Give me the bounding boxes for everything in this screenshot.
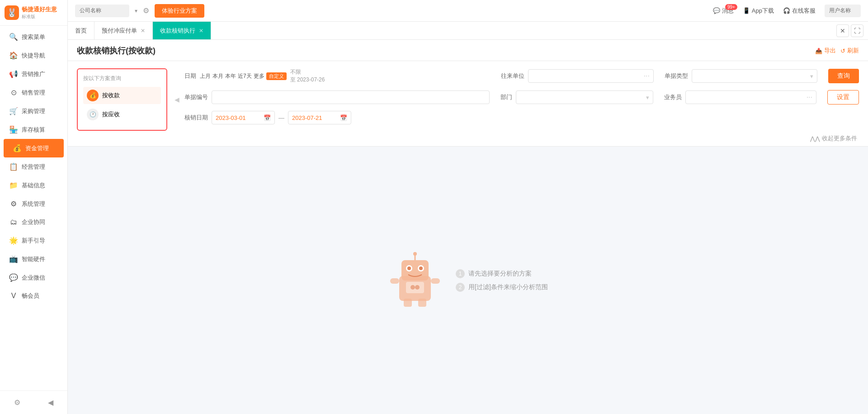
search-menu-icon: 🔍 [9, 33, 18, 41]
sidebar-item-system-label: 系统管理 [22, 200, 45, 208]
empty-robot-illustration [388, 251, 442, 310]
sidebar-item-quick-nav[interactable]: 🏠 快捷导航 [0, 46, 67, 65]
doc-no-input[interactable] [212, 90, 490, 104]
sidebar-item-hardware-label: 智能硬件 [22, 255, 45, 263]
staff-input[interactable]: ··· [685, 90, 817, 104]
sidebar-item-system[interactable]: ⚙ 系统管理 [0, 195, 67, 213]
filter-by-receipt[interactable]: 💰 按收款 [83, 87, 161, 104]
sidebar-item-basic-info-label: 基础信息 [22, 181, 45, 190]
by-receipt-label: 按收款 [102, 91, 120, 100]
date-custom-badge[interactable]: 自定义 [266, 72, 287, 80]
sidebar-item-purchase[interactable]: 🛒 采购管理 [0, 102, 67, 120]
export-icon: 📤 [815, 48, 822, 54]
filter-right-panel: 日期 上月 本月 本年 近7天 更多 自定义 不限 至 2023-07-26 [184, 68, 859, 131]
svg-point-14 [415, 285, 420, 290]
date-shortcut-more[interactable]: 更多 [254, 72, 264, 80]
sidebar-item-guide[interactable]: 🌟 新手引导 [0, 231, 67, 250]
topbar-app-download[interactable]: 📱 App下载 [743, 7, 774, 15]
tab-fullscreen-btn[interactable]: ⛶ [851, 24, 863, 37]
by-receipt-icon: 💰 [87, 90, 99, 101]
sidebar-logo: 🐰 畅捷通好生意 标准版 [0, 0, 67, 26]
tab-advance-payment-close-icon[interactable]: ✕ [141, 28, 145, 34]
main-area: 公司名称 ▾ ⚙ 体验行业方案 💬 消息 99+ 📱 App下载 🎧 在线客服 … [68, 0, 868, 414]
topbar-user[interactable]: 用户名称 [825, 5, 861, 17]
topbar-right: 💬 消息 99+ 📱 App下载 🎧 在线客服 用户名称 [713, 5, 861, 17]
collapse-more-btn[interactable]: ⋀⋀ 收起更多条件 [810, 134, 857, 143]
tab-bar-actions: ✕ ⛶ [836, 22, 868, 39]
date-label: 日期 [184, 72, 196, 80]
logo-main-text: 畅捷通好生意 [22, 6, 57, 14]
hardware-icon: 📺 [9, 255, 18, 263]
sidebar-item-wechat[interactable]: 💬 企业微信 [0, 268, 67, 287]
sidebar-item-guide-label: 新手引导 [22, 237, 45, 245]
sidebar-item-marketing[interactable]: 📢 营销推广 [0, 65, 67, 83]
tab-receipt-verify[interactable]: 收款核销执行 ✕ [153, 22, 211, 39]
sidebar-item-enterprise[interactable]: 🗂 企业协同 [0, 213, 67, 231]
tab-advance-payment[interactable]: 预付冲应付单 ✕ [94, 22, 153, 39]
sidebar-item-member[interactable]: V 畅会员 [0, 287, 67, 305]
date-shortcut-this-month[interactable]: 本月 [212, 72, 223, 80]
topbar-msg[interactable]: 💬 消息 99+ [713, 7, 734, 15]
sidebar-item-purchase-label: 采购管理 [22, 107, 45, 115]
sidebar-collapse-btn[interactable]: ◀ [45, 395, 56, 409]
settings-btn[interactable]: 设置 [827, 90, 859, 105]
sidebar-item-sales[interactable]: ⊙ 销售管理 [0, 83, 67, 102]
sidebar-menu: 🔍 搜索菜单 🏠 快捷导航 📢 营销推广 ⊙ 销售管理 🛒 采购管理 🏪 库存核… [0, 26, 67, 390]
date-shortcut-last-month[interactable]: 上月 [200, 72, 211, 80]
sidebar-settings-btn[interactable]: ⚙ [11, 395, 23, 409]
topbar-gear-icon[interactable]: ⚙ [143, 6, 149, 15]
counterpart-input[interactable]: ··· [528, 69, 654, 83]
topbar: 公司名称 ▾ ⚙ 体验行业方案 💬 消息 99+ 📱 App下载 🎧 在线客服 … [68, 0, 868, 22]
verify-date-end-input[interactable]: 2023-07-21 📅 [288, 111, 351, 124]
tab-close-all-btn[interactable]: ✕ [836, 24, 849, 37]
date-shortcut-7days[interactable]: 近7天 [238, 72, 252, 80]
sidebar-item-wechat-label: 企业微信 [22, 274, 45, 282]
refresh-btn[interactable]: ↺ 刷新 [840, 47, 859, 55]
date-not-limit-area: 不限 至 2023-07-26 [290, 68, 325, 84]
wechat-icon: 💬 [9, 273, 18, 282]
sidebar-item-basic-info[interactable]: 📁 基础信息 [0, 176, 67, 195]
filter-counterpart-cell: 往来单位 ··· [501, 69, 654, 83]
date-shortcut-this-year[interactable]: 本年 [225, 72, 236, 80]
staff-dots-icon: ··· [807, 93, 812, 101]
filter-left-panel: 按以下方案查询 💰 按收款 🕐 按应收 [77, 68, 167, 131]
topbar-online-service[interactable]: 🎧 在线客服 [783, 7, 816, 15]
export-btn[interactable]: 📤 导出 [815, 47, 836, 55]
sidebar-item-business[interactable]: 📋 经营管理 [0, 157, 67, 176]
topbar-dropdown-arrow[interactable]: ▾ [135, 8, 137, 14]
sidebar-item-finance[interactable]: 💰 资金管理 [4, 139, 64, 157]
topbar-industry-btn[interactable]: 体验行业方案 [155, 4, 204, 18]
counterpart-label: 往来单位 [501, 72, 524, 80]
query-btn[interactable]: 查询 [828, 69, 859, 83]
tab-advance-payment-label: 预付冲应付单 [102, 27, 137, 35]
doc-type-select[interactable]: ▾ [692, 69, 817, 83]
dept-chevron-icon: ▾ [646, 94, 649, 101]
logo-icon: 🐰 [5, 5, 19, 20]
sidebar-item-hardware[interactable]: 📺 智能硬件 [0, 250, 67, 268]
svg-point-7 [413, 252, 417, 256]
sales-icon: ⊙ [9, 88, 18, 97]
svg-rect-9 [431, 278, 440, 284]
system-icon: ⚙ [9, 200, 18, 208]
by-receivable-label: 按应收 [102, 110, 120, 119]
msg-icon: 💬 [713, 7, 720, 14]
basic-info-icon: 📁 [9, 181, 18, 190]
logo-badge: 标准版 [22, 14, 57, 19]
sidebar-item-search[interactable]: 🔍 搜索菜单 [0, 28, 67, 46]
topbar-company[interactable]: 公司名称 [75, 5, 129, 17]
svg-rect-10 [404, 299, 412, 307]
filter-by-receivable[interactable]: 🕐 按应收 [83, 106, 161, 123]
sidebar-item-inventory[interactable]: 🏪 库存核算 [0, 120, 67, 139]
filter-panel-collapse-btn[interactable]: ◀ [173, 68, 181, 131]
page-content: 收款核销执行(按收款) 📤 导出 ↺ 刷新 按以下方案查询 💰 按收款 [68, 40, 868, 414]
dept-select[interactable]: ▾ [516, 90, 653, 104]
sidebar-item-business-label: 经营管理 [22, 163, 45, 171]
verify-date-start-input[interactable]: 2023-03-01 📅 [212, 111, 275, 124]
tab-home[interactable]: 首页 [68, 22, 94, 39]
tab-receipt-verify-close-icon[interactable]: ✕ [199, 28, 203, 34]
filter-wrapper: 按以下方案查询 💰 按收款 🕐 按应收 ◀ 日期 [68, 61, 868, 131]
business-icon: 📋 [9, 162, 18, 171]
sidebar-item-sales-label: 销售管理 [22, 89, 45, 97]
filter-staff-cell: 业务员 ··· [664, 90, 817, 104]
by-receivable-icon: 🕐 [87, 109, 99, 120]
